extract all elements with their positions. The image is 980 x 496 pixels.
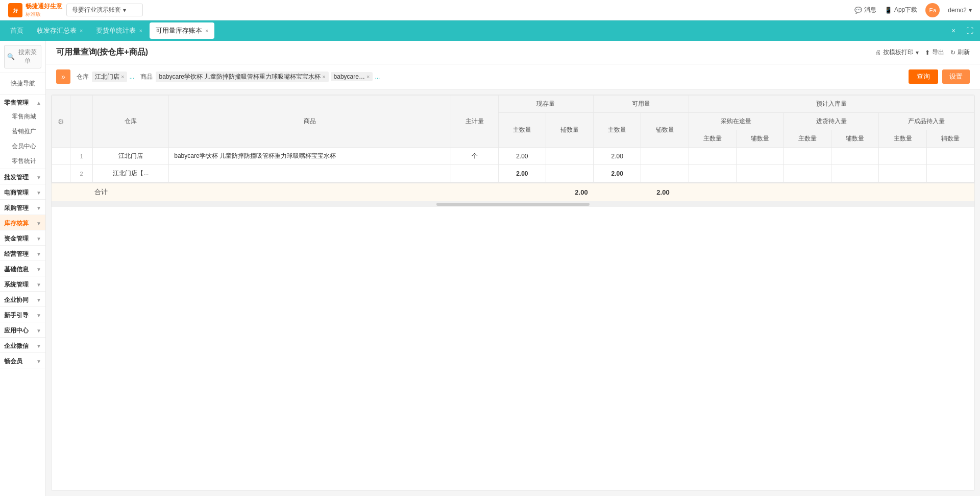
search-menu-button[interactable]: 🔍 搜索菜单 <box>4 45 41 68</box>
row2-purchase-aux <box>736 165 783 182</box>
table-row: 1 江北门店 babycare学饮杯 儿童防摔防撞吸管杯重力球吸嘴杯宝宝水杯 个… <box>52 148 974 165</box>
vip-label: 畅会员 <box>4 357 22 366</box>
sidebar-header-finance[interactable]: 资金管理 ▼ <box>0 230 45 245</box>
print-button[interactable]: 🖨 按模板打印 ▾ <box>875 48 919 57</box>
tab-close-available[interactable]: × <box>205 28 208 34</box>
sidebar-section-operations: 经营管理 ▼ <box>0 246 45 261</box>
sidebar-header-new-guide[interactable]: 新手引导 ▼ <box>0 307 45 322</box>
system-arrow-icon: ▼ <box>36 282 41 288</box>
filter-expand-button[interactable]: » <box>56 69 70 84</box>
warehouse-filter: 仓库 江北门店 × ... <box>77 72 134 82</box>
table-footer: 合计 2.00 2.00 <box>52 182 974 201</box>
row2-purchase-main <box>689 165 736 182</box>
dropdown-icon: ▾ <box>123 7 126 14</box>
row1-production-aux <box>926 148 974 165</box>
refresh-button[interactable]: ↻ 刷新 <box>950 48 970 57</box>
col-available-aux-header: 辅数量 <box>641 113 689 148</box>
sidebar-section-inventory: 库存核算 ▼ <box>0 215 45 230</box>
row1-stock-main: 2.00 <box>498 148 546 165</box>
sidebar-item-retail-mall[interactable]: 零售商城 <box>0 109 45 124</box>
logo-icon: 好 <box>8 3 22 17</box>
row1-product: babycare学饮杯 儿童防摔防撞吸管杯重力球吸嘴杯宝宝水杯 <box>169 148 451 165</box>
tab-available-ledger[interactable]: 可用量库存账本 × <box>150 22 214 39</box>
sidebar-section-purchase: 采购管理 ▼ <box>0 200 45 215</box>
message-button[interactable]: 💬 消息 <box>854 6 876 14</box>
tab-home[interactable]: 首页 <box>4 22 30 39</box>
sidebar-header-retail[interactable]: 零售管理 ▲ <box>0 95 45 109</box>
sidebar-header-basic[interactable]: 基础信息 ▼ <box>0 261 45 276</box>
row1-index: 1 <box>70 148 93 165</box>
setting-button[interactable]: 设置 <box>942 69 970 84</box>
user-dropdown-icon: ▾ <box>969 7 972 14</box>
tab-close-order[interactable]: × <box>139 28 142 34</box>
product-tag-babycare: babycare学饮杯 儿童防摔防撞吸管杯重力球吸嘴杯宝宝水杯 × <box>156 72 328 82</box>
col-purchase-group-header: 采购在途量 <box>689 113 783 130</box>
operations-arrow-icon: ▼ <box>36 251 41 257</box>
row1-incoming-main <box>784 148 831 165</box>
warehouse-filter-label: 仓库 <box>77 73 89 81</box>
warehouse-tag-remove[interactable]: × <box>121 74 124 80</box>
tab-receive-summary[interactable]: 收发存汇总表 × <box>31 22 89 39</box>
col-index-header <box>70 96 93 148</box>
expand-icon: » <box>61 73 65 81</box>
sidebar-header-inventory[interactable]: 库存核算 ▼ <box>0 215 45 230</box>
sidebar-quick-nav: 快捷导航 <box>0 73 45 95</box>
sidebar-header-wholesale[interactable]: 批发管理 ▼ <box>0 169 45 184</box>
tab-order-stats[interactable]: 要货单统计表 × <box>90 22 148 39</box>
sidebar-header-enterprise-wx[interactable]: 企业微信 ▼ <box>0 338 45 352</box>
finance-arrow-icon: ▼ <box>36 236 41 242</box>
avatar[interactable]: Ea <box>925 3 940 17</box>
horizontal-scrollbar[interactable] <box>52 201 974 207</box>
row2-index: 2 <box>70 165 93 182</box>
wholesale-arrow-icon: ▼ <box>36 175 41 180</box>
sidebar-item-member[interactable]: 会员中心 <box>0 139 45 154</box>
sidebar-header-purchase[interactable]: 采购管理 ▼ <box>0 200 45 215</box>
logo-text-area: 畅捷通好生意 标准版 <box>26 2 62 18</box>
quick-nav-label: 快捷导航 <box>11 79 35 88</box>
export-button[interactable]: ⬆ 导出 <box>925 48 944 57</box>
app-download-button[interactable]: 📱 App下载 <box>885 6 917 14</box>
row2-incoming-aux <box>831 165 879 182</box>
footer-label: 合计 <box>94 188 108 196</box>
query-button[interactable]: 查询 <box>909 69 938 84</box>
new-guide-label: 新手引导 <box>4 311 29 320</box>
table-body: 1 江北门店 babycare学饮杯 儿童防摔防撞吸管杯重力球吸嘴杯宝宝水杯 个… <box>52 148 974 182</box>
product-filter-more[interactable]: ... <box>375 73 380 80</box>
col-stock-aux-header: 辅数量 <box>546 113 593 148</box>
industry-select[interactable]: 母婴行业演示账套 ▾ <box>66 4 143 16</box>
product-tag-babycare2: babycare… × <box>331 72 373 81</box>
sidebar-item-quick-nav[interactable]: 快捷导航 <box>0 75 45 92</box>
enterprise-wx-arrow-icon: ▼ <box>36 343 41 349</box>
sidebar-section-basic: 基础信息 ▼ <box>0 261 45 276</box>
row1-purchase-aux <box>736 148 783 165</box>
sidebar: 🔍 搜索菜单 快捷导航 零售管理 ▲ 零售商城 营销推广 会员中心 零售统计 批… <box>0 41 46 496</box>
sidebar-header-app-center[interactable]: 应用中心 ▼ <box>0 322 45 337</box>
sidebar-section-system: 系统管理 ▼ <box>0 276 45 292</box>
row1-stock-aux <box>546 148 593 165</box>
sidebar-header-operations[interactable]: 经营管理 ▼ <box>0 246 45 261</box>
sidebar-header-enterprise[interactable]: 企业协同 ▼ <box>0 292 45 306</box>
sidebar-header-ecommerce[interactable]: 电商管理 ▼ <box>0 184 45 199</box>
message-icon: 💬 <box>854 7 862 14</box>
username-label[interactable]: demo2 ▾ <box>948 7 972 14</box>
tab-close-all-btn[interactable]: × <box>947 25 960 37</box>
col-available-main-header: 主数量 <box>594 113 641 148</box>
page-title: 可用量查询(按仓库+商品) <box>56 47 148 58</box>
col-production-aux-header: 辅数量 <box>926 130 974 148</box>
row1-warehouse: 江北门店 <box>93 148 169 165</box>
sidebar-header-vip[interactable]: 畅会员 ▼ <box>0 353 45 368</box>
tab-close-receive[interactable]: × <box>80 28 83 34</box>
print-dropdown-icon: ▾ <box>916 49 919 56</box>
col-purchase-aux-header: 辅数量 <box>736 130 783 148</box>
sidebar-item-marketing[interactable]: 营销推广 <box>0 124 45 139</box>
table-settings-icon[interactable]: ⚙ <box>58 117 64 126</box>
row2-unit <box>451 165 498 182</box>
sidebar-header-system[interactable]: 系统管理 ▼ <box>0 276 45 291</box>
product-tag2-remove[interactable]: × <box>366 74 370 80</box>
tab-expand-btn[interactable]: ⛶ <box>964 25 976 37</box>
sidebar-section-new-guide: 新手引导 ▼ <box>0 307 45 322</box>
warehouse-filter-more[interactable]: ... <box>129 73 134 80</box>
sidebar-item-retail-stats[interactable]: 零售统计 <box>0 154 45 169</box>
product-tag-remove[interactable]: × <box>322 74 325 80</box>
warehouse-tag-jiangbei: 江北门店 × <box>92 72 127 82</box>
